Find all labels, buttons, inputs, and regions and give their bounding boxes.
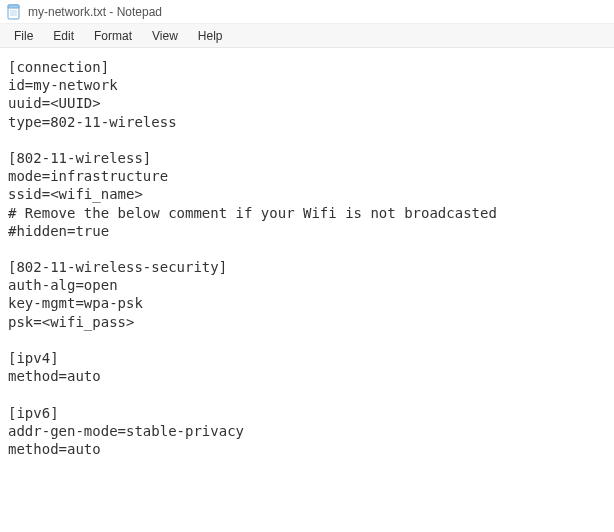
notepad-icon [6, 4, 22, 20]
text-editor[interactable]: [connection] id=my-network uuid=<UUID> t… [0, 48, 614, 532]
titlebar: my-network.txt - Notepad [0, 0, 614, 24]
window-title: my-network.txt - Notepad [28, 5, 162, 19]
menu-help[interactable]: Help [188, 26, 233, 46]
menu-view[interactable]: View [142, 26, 188, 46]
svg-rect-1 [8, 5, 19, 8]
menu-file[interactable]: File [4, 26, 43, 46]
menu-edit[interactable]: Edit [43, 26, 84, 46]
menubar: File Edit Format View Help [0, 24, 614, 48]
menu-format[interactable]: Format [84, 26, 142, 46]
